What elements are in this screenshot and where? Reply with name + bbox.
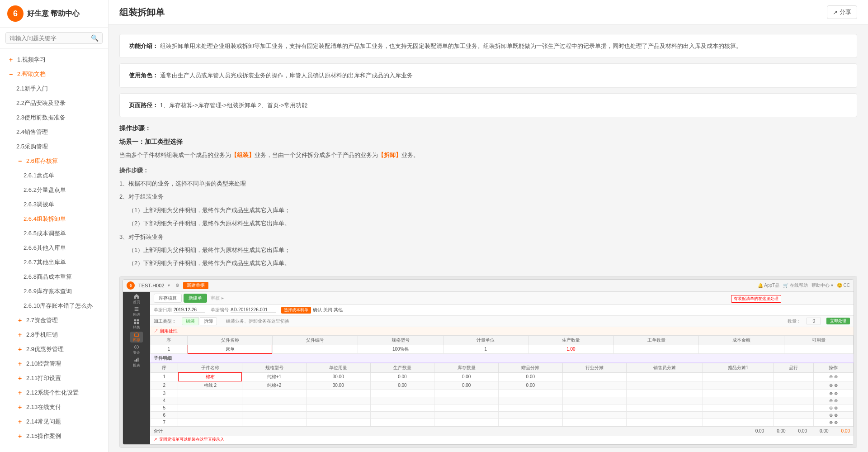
search-icon[interactable]: 🔍 [91, 34, 99, 42]
mock-nav-list[interactable]: 购进 [130, 306, 143, 317]
mock-nav-home[interactable]: 首页 [130, 294, 143, 305]
expand-icon-2-14: + [16, 418, 24, 425]
callout-enable-label: ↗ 启用处理 [154, 328, 178, 334]
mock-tab-new[interactable]: 新建单 [184, 294, 207, 303]
svg-rect-5 [134, 322, 137, 324]
sidebar-item-2-6-2[interactable]: 2.6.2分量盘点单 [0, 183, 108, 197]
logo-area: 6 好生意 帮助中心 [0, 0, 108, 28]
nav-label-2-8: 2.8手机旺铺 [26, 331, 58, 339]
sidebar-item-2-6-10[interactable]: 2.6.10库存账本错了怎么办 [0, 299, 108, 313]
search-input[interactable] [9, 35, 91, 42]
nav-label-2: 2.帮助文档 [17, 70, 46, 78]
sidebar-item-2[interactable]: − 2.帮助文档 [0, 67, 108, 81]
mock-new-btn[interactable]: 新建单据 [183, 282, 208, 289]
sidebar-item-2-9[interactable]: + 2.9优惠券管理 [0, 342, 108, 357]
sidebar-item-2-6-4[interactable]: 2.6.4组装拆卸单 [0, 212, 108, 226]
nav-label-2-7: 2.7资金管理 [26, 316, 58, 324]
role-block: 使用角色： 通常由生产人员或库管人员完成拆装业务的操作，库管人员确认原材料的出库… [119, 63, 857, 87]
nav-label-2-6-3: 2.6.3调拨单 [24, 200, 54, 209]
sidebar-item-2-6-3[interactable]: 2.6.3调拨单 [0, 197, 108, 212]
sidebar-item-2-4[interactable]: 2.4销售管理 [0, 125, 108, 139]
search-box[interactable]: 🔍 [5, 32, 103, 44]
sidebar-item-2-6-6[interactable]: 2.6.6其他入库单 [0, 241, 108, 255]
sidebar-item-2-5[interactable]: 2.5采购管理 [0, 139, 108, 154]
share-button[interactable]: ↗ 分享 [827, 5, 857, 19]
ops-section: 操作步骤： 场景一：加工类型选择 当由多个子件材料组装成一个成品的业务为【组装】… [119, 124, 857, 269]
share-icon: ↗ [833, 9, 838, 16]
expand-icon-2-13: + [16, 404, 24, 411]
nav-label-2-6-6: 2.6.6其他入库单 [24, 244, 66, 252]
sidebar-item-2-14[interactable]: + 2.14常见问题 [0, 414, 108, 429]
mock-nav-report[interactable]: 报表 [130, 357, 143, 368]
mock-title: TEST-H002 [138, 283, 164, 288]
mock-top-table-area: 序 父件名称 父件编号 规格型号 计量单位 生产数量 工单数量 成本金额 [150, 335, 854, 354]
sidebar-item-2-2[interactable]: 2.2产品安装及登录 [0, 96, 108, 110]
table-row: 6 [151, 411, 854, 419]
sidebar-item-2-6[interactable]: − 2.6库存核算 [0, 154, 108, 168]
sidebar-item-2-10[interactable]: + 2.10经营管理 [0, 357, 108, 371]
mock-select-type-btn[interactable]: 选择成本料单 [281, 307, 311, 314]
arrow-icon: ↗ [154, 437, 157, 442]
expand-icon-2-7: + [16, 317, 24, 324]
svg-rect-9 [135, 360, 136, 362]
disassemble-highlight: 【拆卸】 [378, 152, 401, 158]
nav-label-2-1: 2.1新手入门 [16, 85, 48, 93]
mock-disassemble-tab[interactable]: 拆卸 [200, 317, 217, 325]
sidebar-item-2-6-9[interactable]: 2.6.9库存账本查询 [0, 284, 108, 299]
mock-confirm-btn[interactable]: 立即处理 [826, 318, 850, 324]
mock-form-header: 单据日期 2019-12-26 单据编号 AD-20191226-001 [150, 305, 854, 316]
sidebar-item-1[interactable]: + 1.视频学习 [0, 52, 108, 67]
expand-icon-2-8: + [16, 331, 24, 338]
expand-icon-2-9: + [16, 346, 24, 353]
mock-window-title: 6 TEST-H002 ▾ ⚙ 新建单据 🔔 AppT品 🛒 在线帮助 帮助中心… [123, 280, 854, 292]
table-row: 2 棉线 2 纯棉+2 30.00 0.00 0.00 0.00 [151, 381, 854, 390]
sidebar-item-2-1[interactable]: 2.1新手入门 [0, 81, 108, 96]
callout-annotation-1: 有装配清单的在这里处理 [731, 295, 781, 303]
svg-rect-10 [136, 358, 137, 362]
sidebar-item-2-15[interactable]: + 2.15操作案例 [0, 429, 108, 443]
top-bar: 组装拆卸单 ↗ 分享 [108, 0, 868, 25]
table-row: 1 床单 100%棉 1 1.0 [151, 345, 854, 353]
nav-label-2-11: 2.11打印设置 [26, 374, 61, 382]
sidebar-item-2-6-1[interactable]: 2.6.1盘点单 [0, 168, 108, 183]
mock-tab-inventory[interactable]: 库存核算 [154, 294, 182, 303]
svg-text:¥: ¥ [136, 346, 137, 348]
sidebar-item-2-8[interactable]: + 2.8手机旺铺 [0, 328, 108, 342]
svg-rect-4 [137, 319, 139, 321]
mock-nav-warehouse[interactable]: 库存 [130, 332, 143, 343]
path-text: 1、库存核算->库存管理->组装拆卸单 2、首页->常用功能 [160, 102, 308, 109]
table-row: 1 棉布 纯棉+1 30.00 0.00 [151, 372, 854, 381]
scene1-label: 场景一：加工类型选择 [119, 138, 857, 146]
mock-footer-row: 合计 0.00 0.00 0.00 0.00 0.00 [150, 426, 854, 436]
ops-steps-sub: 操作步骤： [119, 165, 857, 176]
mock-code-field: 单据编号 AD-20191226-001 [211, 307, 276, 313]
nav-label-2-13: 2.13在线支付 [26, 403, 61, 411]
sidebar-item-2-6-8[interactable]: 2.6.8商品成本重算 [0, 270, 108, 284]
table-row: 5 [151, 404, 854, 411]
nav-label-2-6-8: 2.6.8商品成本重算 [24, 273, 72, 281]
mock-body: 首页 购进 销售 库存 [123, 292, 854, 444]
sidebar-item-2-11[interactable]: + 2.11打印设置 [0, 371, 108, 385]
step2-1: （1）上部明细为父件明细，最终作为产成品生成其它入库单； [119, 205, 857, 215]
sidebar-item-2-7[interactable]: + 2.7资金管理 [0, 313, 108, 328]
table-row: 3 [151, 390, 854, 397]
nav-label-2-6-7: 2.6.7其他出库单 [24, 258, 66, 266]
mock-type-switch: 组装 拆卸 [182, 317, 217, 325]
step3: 3、对于拆装业务 [119, 232, 857, 242]
func-intro-label: 功能介绍： [129, 43, 158, 49]
nav-label-2-12: 2.12系统个性化设置 [26, 389, 79, 397]
mock-outer: 6 TEST-H002 ▾ ⚙ 新建单据 🔔 AppT品 🛒 在线帮助 帮助中心… [120, 276, 857, 447]
expand-icon-1: + [7, 56, 14, 63]
sidebar-item-2-12[interactable]: + 2.12系统个性化设置 [0, 385, 108, 400]
mock-assemble-tab[interactable]: 组装 [182, 317, 199, 325]
mock-nav-grid[interactable]: 销售 [130, 319, 143, 330]
svg-rect-6 [137, 322, 139, 324]
sidebar-item-2-13[interactable]: + 2.13在线支付 [0, 400, 108, 414]
mock-nav-finance[interactable]: ¥ 资金 [130, 344, 143, 355]
step3-1: （1）上部明细为父件明细，最终作为原材料生成其它出库单； [119, 245, 857, 255]
sidebar-item-2-6-7[interactable]: 2.6.7其他出库单 [0, 255, 108, 270]
collapse-icon-2-6: − [16, 157, 24, 165]
path-block: 页面路径： 1、库存核算->库存管理->组装拆卸单 2、首页->常用功能 [119, 93, 857, 117]
sidebar-item-2-6-5[interactable]: 2.6.5成本调整单 [0, 226, 108, 241]
sidebar-item-2-3[interactable]: 2.3使用前数据准备 [0, 110, 108, 125]
